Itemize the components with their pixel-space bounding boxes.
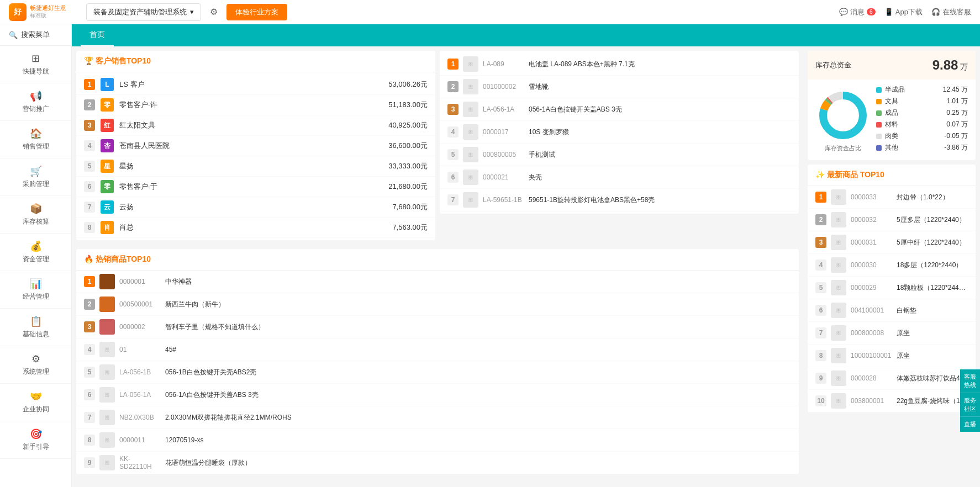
customer-rank-item: 6 零 零售客户·于 21,680.00元	[76, 177, 435, 197]
sidebar-item-finance[interactable]: 💰 资金管理	[0, 234, 71, 271]
message-button[interactable]: 💬 消息 6	[839, 7, 876, 17]
sidebar-item-system[interactable]: ⚙ 系统管理	[0, 346, 71, 384]
rank-number: 1	[447, 59, 459, 70]
customer-rank-item: 3 红 红太阳文具 40,925.00元	[76, 115, 435, 136]
product-thumb: 图	[831, 280, 846, 295]
sidebar-item-enterprise[interactable]: 🤝 企业协同	[0, 384, 71, 421]
chart-label: 库存资金占比	[815, 144, 871, 152]
tab-home[interactable]: 首页	[81, 24, 114, 46]
sidebar-item-sales[interactable]: 🏠 销售管理	[0, 121, 71, 158]
trial-button[interactable]: 体验行业方案	[226, 4, 287, 20]
product-name: 智利车子里（规格不知道填什么）	[165, 322, 791, 332]
sidebar-item-marketing[interactable]: 📢 营销推广	[0, 83, 71, 121]
top-two-col: 🏆 客户销售TOP10 1 L LS 客户 53,006.26元 2 零 零售客…	[76, 51, 799, 245]
donut-chart	[815, 88, 871, 143]
product-code: LA-056-1B	[119, 368, 161, 376]
rank-number: 8	[815, 350, 826, 361]
customer-hotline-button[interactable]: 客服热线	[960, 369, 980, 393]
hot-product-right-item: 3 图 LA-056-1A 056-1A白色按键开关盖ABS 3壳	[440, 98, 799, 121]
product-thumb: 图	[831, 257, 846, 273]
sidebar-item-operations[interactable]: 📊 经营管理	[0, 271, 71, 309]
system-selector[interactable]: 装备及固定资产辅助管理系统 ▾	[86, 3, 201, 21]
rank-number: 6	[815, 305, 826, 316]
legend-value: 12.45 万	[943, 85, 968, 94]
legend-dot	[876, 110, 882, 116]
new-product-item: 3 图 0000031 5厘中纤（1220*2440）	[808, 231, 976, 254]
product-code: 0000001	[119, 278, 161, 285]
gear-button[interactable]: ⚙	[206, 4, 222, 20]
app-label: App下载	[895, 7, 923, 17]
product-code: 01	[119, 346, 161, 353]
hot-product-item: 7 图 NB2.0X30B 2.0X30MM双搓花轴搓花直径2.1MM/ROHS	[76, 406, 799, 429]
rank-number: 4	[84, 140, 95, 151]
rank-number: 7	[447, 194, 459, 205]
header: 好 畅捷通好生意 标准版 装备及固定资产辅助管理系统 ▾ ⚙ 体验行业方案 💬 …	[0, 0, 980, 24]
sidebar-item-newbie[interactable]: 🎯 新手引导	[0, 421, 71, 459]
right-panel: 库存总资金 9.88 万	[803, 46, 980, 483]
new-product-item: 5 图 0000029 18颗粒板（1220*2440）	[808, 277, 976, 299]
product-code: 0000021	[483, 173, 524, 181]
product-name: 新西兰牛肉（新牛）	[165, 300, 791, 309]
sidebar-item-label: 库存核算	[23, 217, 49, 226]
online-service-button[interactable]: 🎧 在线客服	[931, 7, 971, 17]
legend-dot	[876, 122, 882, 128]
product-thumb: 图	[831, 235, 846, 250]
new-product-item: 7 图 000800008 原坐	[808, 322, 976, 345]
legend-name: 肉类	[885, 131, 941, 141]
rank-number: 2	[84, 99, 95, 110]
rank-number: 5	[447, 149, 459, 160]
customer-name: 肖总	[119, 223, 387, 232]
hot-products-title: 🔥 热销商品TOP10	[76, 249, 799, 271]
product-thumb: 图	[463, 102, 478, 117]
product-name: 056-1A白色按键开关盖ABS 3壳	[165, 390, 791, 400]
customer-avatar: 零	[101, 180, 114, 193]
handshake-icon: 🤝	[30, 390, 42, 403]
legend-item: 肉类 -0.05 万	[876, 131, 968, 141]
customer-value: 40,925.00元	[388, 120, 428, 130]
product-name: 电池盖 LA-089 ABS本色+黑种 7.1克	[529, 60, 791, 69]
sidebar-item-quicknav[interactable]: ⊞ 快捷导航	[0, 46, 71, 83]
left-panel: 🏆 客户销售TOP10 1 L LS 客户 53,006.26元 2 零 零售客…	[72, 46, 803, 483]
legend-value: -0.05 万	[944, 131, 968, 141]
product-code: 0000030	[851, 261, 892, 269]
guide-icon: 🎯	[30, 428, 42, 440]
product-code: LA-056-1A	[119, 391, 161, 399]
customer-rank-item: 5 星 星扬 33,333.00元	[76, 156, 435, 177]
hot-products-right-col: 1 图 LA-089 电池盖 LA-089 ABS本色+黑种 7.1克 2 图 …	[440, 51, 799, 245]
sidebar-item-label: 新手引导	[23, 442, 49, 452]
product-code: 10000100001	[851, 352, 892, 359]
product-name: 雪地靴	[529, 82, 791, 92]
live-button[interactable]: 直播	[960, 417, 980, 432]
product-code: LA-056-1A	[483, 105, 524, 113]
main-content: 首页 🏆 客户销售TOP10 1 L LS 客户 53,006.	[72, 24, 980, 487]
rank-number: 3	[815, 237, 826, 248]
product-code: 0000033	[851, 193, 892, 201]
customer-rank-item: 8 肖 肖总 7,563.00元	[76, 218, 435, 238]
rank-number: 4	[84, 344, 95, 355]
search-menu[interactable]: 🔍 搜索菜单	[0, 24, 71, 46]
sidebar-item-inventory[interactable]: 📦 库存核算	[0, 196, 71, 234]
rank-number: 2	[815, 214, 826, 225]
legend-name: 其他	[885, 143, 941, 152]
logo-sub: 标准版	[30, 12, 66, 19]
rank-number: 3	[84, 120, 95, 131]
hot-product-item: 2 000500001 新西兰牛肉（新牛）	[76, 293, 799, 316]
sidebar-item-basic-info[interactable]: 📋 基础信息	[0, 309, 71, 346]
product-code: 001000002	[483, 83, 524, 91]
product-name: 体嫩荔枝味苏打饮品400毫升（1*15）	[897, 374, 968, 383]
new-product-item: 10 图 003800001 22g鱼豆腐-烧烤味（1*12*20）	[808, 390, 976, 412]
hot-product-item: 3 0000002 智利车子里（规格不知道填什么）	[76, 316, 799, 338]
headset-icon: 🎧	[931, 8, 940, 16]
message-label: 消息	[850, 7, 865, 17]
product-code: KK-SD22110H	[119, 455, 161, 470]
product-name: 白钢垫	[897, 306, 968, 315]
hot-product-item: 8 图 0000011 12070519-xs	[76, 429, 799, 452]
sidebar-item-purchase[interactable]: 🛒 采购管理	[0, 158, 71, 196]
rank-number: 8	[84, 435, 95, 446]
app-download-button[interactable]: 📱 App下载	[884, 7, 923, 17]
legend-value: 1.01 万	[946, 97, 968, 106]
service-community-button[interactable]: 服务社区	[960, 393, 980, 417]
box-icon: 📦	[30, 203, 42, 215]
legend-value: 0.07 万	[946, 120, 968, 129]
product-thumb: 图	[831, 370, 846, 386]
